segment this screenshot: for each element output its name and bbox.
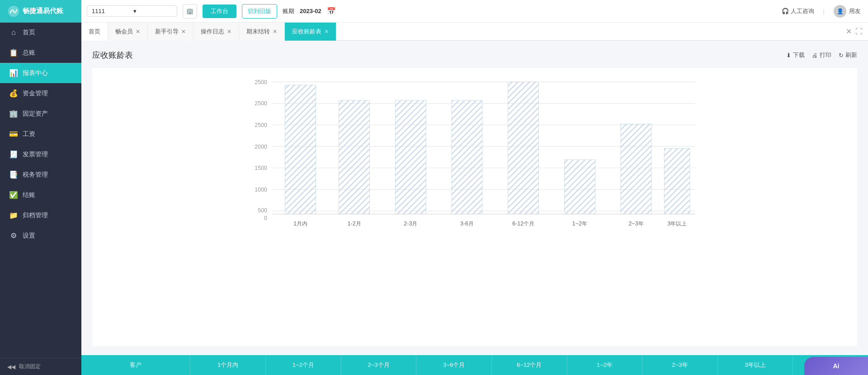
svg-rect-17 <box>285 85 316 214</box>
refresh-btn[interactable]: ↻ 刷新 <box>839 51 857 59</box>
sidebar-item-salary[interactable]: 💳工资 <box>0 124 81 144</box>
calendar-icon[interactable]: 📅 <box>327 7 336 15</box>
table-header-5: 6~12个月 <box>492 355 567 375</box>
download-btn[interactable]: ⬇ 下载 <box>786 51 805 59</box>
refresh-icon: ↻ <box>839 52 844 59</box>
tab-label-home: 首页 <box>89 28 100 36</box>
user-menu[interactable]: 👤 用友 <box>834 5 861 18</box>
ai-assistant-bubble[interactable]: Ai <box>804 357 868 375</box>
sidebar-item-invoice[interactable]: 🧾发票管理 <box>0 144 81 164</box>
sidebar-item-settle[interactable]: ✅结账 <box>0 185 81 205</box>
switch-version-button[interactable]: 切到旧版 <box>242 4 277 19</box>
sidebar-item-assets[interactable]: 🏢固定资产 <box>0 103 81 124</box>
svg-text:0: 0 <box>264 215 267 221</box>
svg-rect-25 <box>508 82 539 214</box>
sidebar-icon-ledger: 📋 <box>9 48 18 57</box>
page-title: 应收账龄表 <box>92 50 133 61</box>
sidebar-cancel-fixed[interactable]: ◀◀ 取消固定 <box>0 358 81 375</box>
svg-text:1500: 1500 <box>255 165 267 171</box>
tab-label-aging: 应收账龄表 <box>292 28 321 36</box>
sidebar-item-ledger[interactable]: 📋总账 <box>0 42 81 63</box>
tab-oplog[interactable]: 操作日志✕ <box>193 23 239 41</box>
sidebar-label-archive: 归档管理 <box>23 211 48 220</box>
tab-member[interactable]: 畅会员✕ <box>108 23 148 41</box>
tab-guide[interactable]: 新手引导✕ <box>148 23 193 41</box>
sidebar-item-tax[interactable]: 📑税务管理 <box>0 164 81 185</box>
headset-icon: 🎧 <box>782 8 789 14</box>
svg-text:1-2月: 1-2月 <box>348 220 361 227</box>
sidebar-item-home[interactable]: ⌂首页 <box>0 23 81 42</box>
tab-bar: 首页畅会员✕新手引导✕操作日志✕期末结转✕应收账龄表✕ ✕ ⛶ <box>81 23 868 41</box>
tab-label-oplog: 操作日志 <box>201 28 224 36</box>
tab-yearend[interactable]: 期末结转✕ <box>239 23 285 41</box>
svg-text:2500: 2500 <box>255 79 267 85</box>
tab-close-member[interactable]: ✕ <box>136 28 140 35</box>
svg-text:1~2年: 1~2年 <box>572 220 587 227</box>
svg-text:2500: 2500 <box>255 122 267 128</box>
sidebar-label-salary: 工资 <box>23 130 35 138</box>
sidebar-icon-archive: 📁 <box>9 211 18 220</box>
bar-chart: 2500 2500 2500 2000 1500 1000 500 0 <box>101 77 848 230</box>
table-header-4: 3~6个月 <box>416 355 492 375</box>
avatar-icon: 👤 <box>837 8 844 14</box>
svg-rect-31 <box>664 149 690 214</box>
table-header-bar: 客户1个月内1~2个月2~3个月3~6个月6~12个月1~2年2~3年3年以上合… <box>81 355 868 375</box>
content-area: 首页畅会员✕新手引导✕操作日志✕期末结转✕应收账龄表✕ ✕ ⛶ 应收账龄表 ⬇ … <box>81 23 868 375</box>
sidebar-label-assets: 固定资产 <box>23 110 48 118</box>
sidebar-icon-settle: ✅ <box>9 191 18 199</box>
tab-home[interactable]: 首页 <box>81 23 108 41</box>
tab-close-guide[interactable]: ✕ <box>181 28 186 35</box>
sidebar-item-settings[interactable]: ⚙设置 <box>0 225 81 246</box>
svg-rect-27 <box>564 160 595 214</box>
tab-aging[interactable]: 应收账龄表✕ <box>285 23 336 41</box>
tab-close-yearend[interactable]: ✕ <box>273 28 277 35</box>
main-layout: ⌂首页📋总账📊报表中心💰资金管理🏢固定资产💳工资🧾发票管理📑税务管理✅结账📁归档… <box>0 23 868 375</box>
sidebar-icon-funds: 💰 <box>9 89 18 98</box>
tab-close-oplog[interactable]: ✕ <box>227 28 231 35</box>
expand-tabs-btn[interactable]: ⛶ <box>855 28 863 36</box>
svg-text:500: 500 <box>258 207 267 214</box>
tab-close-aging[interactable]: ✕ <box>324 28 329 35</box>
sidebar-item-funds[interactable]: 💰资金管理 <box>0 83 81 103</box>
svg-text:6-12个月: 6-12个月 <box>512 220 534 227</box>
print-icon: 🖨 <box>812 52 818 59</box>
download-label: 下载 <box>793 51 805 59</box>
sidebar-item-archive[interactable]: 📁归档管理 <box>0 205 81 225</box>
logo-area: 畅捷通易代账 <box>0 0 81 23</box>
svg-text:2~3年: 2~3年 <box>628 220 643 227</box>
sidebar-label-tax: 税务管理 <box>23 171 48 179</box>
user-name: 用友 <box>849 7 861 15</box>
table-header-3: 2~3个月 <box>341 355 417 375</box>
svg-text:3-6月: 3-6月 <box>460 220 474 227</box>
dropdown-icon: ▾ <box>133 8 172 14</box>
sidebar-icon-invoice: 🧾 <box>9 150 18 159</box>
page-actions: ⬇ 下载 🖨 打印 ↻ 刷新 <box>786 51 857 59</box>
sidebar-icon-home: ⌂ <box>9 28 18 37</box>
download-icon: ⬇ <box>786 52 791 59</box>
company-icon-btn[interactable]: 🏢 <box>183 4 197 19</box>
sidebar-label-funds: 资金管理 <box>23 89 48 98</box>
header-right: 🎧 人工咨询 | 👤 用友 <box>782 5 861 18</box>
tab-label-yearend: 期末结转 <box>246 28 270 36</box>
sidebar-scroll: ⌂首页📋总账📊报表中心💰资金管理🏢固定资产💳工资🧾发票管理📑税务管理✅结账📁归档… <box>0 23 81 358</box>
sidebar-label-invoice: 发票管理 <box>23 150 48 159</box>
avatar: 👤 <box>834 5 846 18</box>
sidebar-icon-assets: 🏢 <box>9 109 18 118</box>
svg-text:1月内: 1月内 <box>293 220 307 227</box>
svg-text:2-3月: 2-3月 <box>404 220 417 227</box>
workspace-button[interactable]: 工作台 <box>203 5 236 18</box>
close-all-tabs-btn[interactable]: ✕ <box>846 27 852 36</box>
consult-btn[interactable]: 🎧 人工咨询 <box>782 7 814 15</box>
sidebar-icon-settings: ⚙ <box>9 231 18 240</box>
period-value: 2023-02 <box>300 8 321 14</box>
sidebar-label-reports: 报表中心 <box>23 69 48 77</box>
sidebar-item-reports[interactable]: 📊报表中心 <box>0 63 81 83</box>
print-btn[interactable]: 🖨 打印 <box>812 51 831 59</box>
app-logo-text: 畅捷通易代账 <box>23 7 63 15</box>
svg-text:1000: 1000 <box>255 187 267 193</box>
sidebar-icon-salary: 💳 <box>9 130 18 138</box>
svg-text:3年以上: 3年以上 <box>667 220 687 227</box>
company-selector[interactable]: 1111 ▾ <box>87 5 177 17</box>
consult-label: 人工咨询 <box>791 7 814 15</box>
svg-rect-19 <box>339 100 370 214</box>
